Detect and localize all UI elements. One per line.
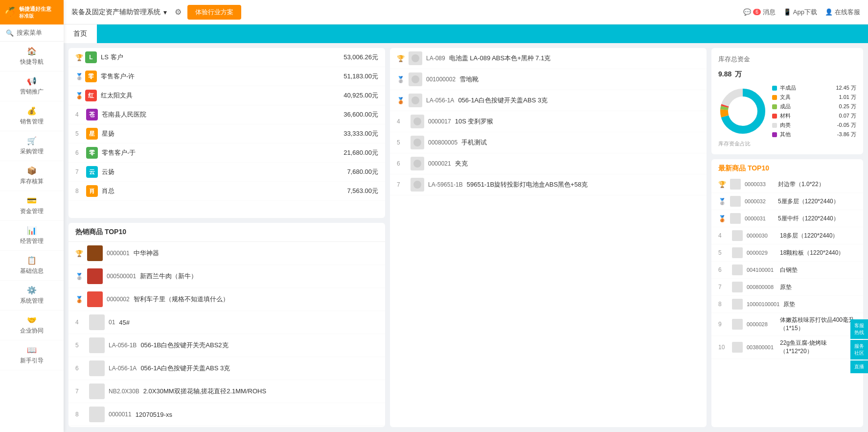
hot-prod-code-2: 000500001 xyxy=(107,273,136,280)
float-community-btn[interactable]: 服务社区 xyxy=(850,340,868,360)
hot-prod-name-3: 智利车子里（规格不知道填什么） xyxy=(134,295,378,304)
online-service-button[interactable]: 👤 在线客服 xyxy=(825,8,860,17)
sidebar-item-label: 营销推广 xyxy=(20,88,44,96)
base-icon: 📋 xyxy=(27,256,37,265)
new-prod-row-2: 🥈 0000032 5厘多层（1220*2440） xyxy=(711,193,863,210)
new-prod-row-9: 9 0000028 体嫩荔枝味苏打饮品400毫升（1*15） xyxy=(711,313,863,336)
new-prod-thumb-10 xyxy=(732,342,743,353)
customer-name-2: 零售客户-许 xyxy=(101,72,343,81)
logo-icon: 🍊 xyxy=(4,6,16,18)
svg-point-2 xyxy=(411,96,419,104)
customer-row-7: 7 云 云扬 7,680.00元 xyxy=(69,163,385,182)
sidebar-search[interactable]: 🔍 搜索菜单 xyxy=(0,24,64,42)
hot-prod-name-7: 2.0X30MM双搓花轴,搓花直径2.1MM/ROHS xyxy=(143,387,378,396)
float-customer-service-btn[interactable]: 客服热线 xyxy=(850,319,868,339)
legend-label-3: 材料 xyxy=(780,112,836,120)
svg-point-4 xyxy=(413,139,421,146)
bronze-icon-3: 🥉 xyxy=(75,92,83,99)
customer-value-7: 7,680.00元 xyxy=(347,168,378,176)
new-prod-thumb-9 xyxy=(732,319,743,330)
sidebar-item-purchase[interactable]: 🛒 采购管理 xyxy=(0,131,64,161)
hot-prod-name-1: 中华神器 xyxy=(134,249,378,258)
sidebar-item-label: 采购管理 xyxy=(20,147,44,156)
top-customers-card: 🏆 L LS 客户 53,006.26元 🥈 零 零售客户-许 51,183.0… xyxy=(69,48,385,218)
app-download-button[interactable]: 📱 App下载 xyxy=(783,8,817,17)
inventory-legend: 半成品 12.45 万 文具 1.01 万 成品 0 xyxy=(772,84,856,138)
customer-row-8: 8 肖 肖总 7,563.00元 xyxy=(69,182,385,201)
sidebar-item-home[interactable]: 🏠 快捷导航 xyxy=(0,42,64,72)
svg-point-1 xyxy=(411,75,419,83)
customer-row-1: 🏆 L LS 客户 53,006.26元 xyxy=(69,48,385,67)
customer-badge-8: 肖 xyxy=(86,185,98,197)
hot-prod-name-8: 12070519-xs xyxy=(136,411,378,418)
legend-item-stationery: 文具 1.01 万 xyxy=(772,94,856,101)
sale-prod-name-2: 雪地靴 xyxy=(459,75,700,84)
search-icon: 🔍 xyxy=(6,29,14,37)
sidebar-item-inventory[interactable]: 📦 库存核算 xyxy=(0,161,64,191)
hot-prod-name-6: 056-1A白色按键开关盖ABS 3克 xyxy=(140,364,378,373)
inventory-number: 9.88 xyxy=(718,70,731,78)
new-prod-row-8: 8 10000100001 原垫 xyxy=(711,296,863,313)
sidebar-item-base[interactable]: 📋 基础信息 xyxy=(0,251,64,281)
sidebar-item-collab[interactable]: 🤝 企业协同 xyxy=(0,311,64,340)
sale-prod-code-4: 0000017 xyxy=(428,118,451,125)
legend-color-semifinished xyxy=(772,86,777,91)
new-prod-code-1: 0000033 xyxy=(745,181,774,187)
inventory-unit: 万 xyxy=(735,70,742,78)
sidebar-item-finance[interactable]: 💳 资金管理 xyxy=(0,191,64,221)
gear-icon[interactable]: ⚙ xyxy=(175,7,182,17)
inventory-chart-label: 库存资金占比 xyxy=(718,140,856,147)
sale-prod-thumb-7 xyxy=(411,178,424,192)
new-products-header: 最新商品 TOP10 xyxy=(711,159,863,176)
trophy-icon-sale: 🏆 xyxy=(397,55,405,62)
new-prod-thumb-4 xyxy=(732,230,743,241)
svg-point-0 xyxy=(411,54,419,62)
legend-val-1: 1.01 万 xyxy=(839,94,856,101)
service-icon: 👤 xyxy=(825,8,833,16)
new-prod-name-5: 18颗粒板（1220*2440） xyxy=(780,249,856,257)
inventory-title: 库存总资金 xyxy=(718,55,856,64)
new-prod-code-3: 0000031 xyxy=(745,216,774,221)
sale-prod-row-7: 7 LA-59651-1B 59651-1B旋转投影灯电池盒ABS黑色+58克 xyxy=(390,174,707,195)
trophy-icon: 🏆 xyxy=(75,250,83,257)
legend-val-3: 0.07 万 xyxy=(839,112,856,120)
sale-prod-thumb-2 xyxy=(409,72,422,86)
sidebar-item-marketing[interactable]: 📢 营销推广 xyxy=(0,72,64,101)
float-live-btn[interactable]: 直播 xyxy=(850,360,868,373)
hot-prod-code-8: 0000011 xyxy=(109,411,132,418)
sales-icon: 💰 xyxy=(27,106,37,116)
customer-badge-7: 云 xyxy=(86,166,98,178)
sale-prod-row-3: 🥉 LA-056-1A 056-1A白色按键开关盖ABS 3克 xyxy=(390,90,707,111)
sidebar-item-operations[interactable]: 📊 经营管理 xyxy=(0,221,64,251)
sidebar-item-sales[interactable]: 💰 销售管理 xyxy=(0,101,64,131)
legend-color-material xyxy=(772,114,777,119)
hot-prod-row-5: 5 LA-056-1B 056-1B白色按键开关壳ABS2克 xyxy=(69,334,385,357)
sidebar-item-label: 企业协同 xyxy=(20,327,44,335)
main-area: 装备及固定资产辅助管理系统 ▾ ⚙ 体验行业方案 💬 6 消息 📱 App下载 … xyxy=(64,0,868,432)
legend-color-meat xyxy=(772,123,777,128)
new-prod-thumb-7 xyxy=(732,282,743,292)
customer-name-3: 红太阳文具 xyxy=(101,91,343,100)
customer-value-6: 21,680.00元 xyxy=(343,148,378,157)
float-service: 客服热线 服务社区 直播 xyxy=(850,319,868,373)
sidebar-item-system[interactable]: ⚙️ 系统管理 xyxy=(0,281,64,311)
customer-badge-5: 星 xyxy=(86,128,98,140)
sidebar-item-label: 销售管理 xyxy=(20,118,44,126)
message-badge: 6 xyxy=(753,9,761,15)
hot-prod-row-9: 9 KK-SD22110H 花语萌值温分腿睡袋（厚款） xyxy=(69,426,385,427)
new-prod-code-2: 0000032 xyxy=(745,198,774,204)
sale-prod-code-3: LA-056-1A xyxy=(426,97,454,104)
sale-prod-code-7: LA-59651-1B xyxy=(428,181,463,188)
sidebar-item-guide[interactable]: 📖 新手引导 xyxy=(0,340,64,370)
trial-button[interactable]: 体验行业方案 xyxy=(187,5,241,20)
sidebar-logo: 🍊 畅捷通好生意 标准版 xyxy=(0,0,64,24)
hot-prod-thumb-1 xyxy=(87,245,103,261)
bronze-icon-sale: 🥉 xyxy=(397,97,405,104)
legend-item-material: 材料 0.07 万 xyxy=(772,112,856,120)
legend-item-finished: 成品 0.25 万 xyxy=(772,103,856,110)
sale-prod-thumb-4 xyxy=(411,115,424,128)
system-selector[interactable]: 装备及固定资产辅助管理系统 ▾ xyxy=(71,8,167,17)
tab-home[interactable]: 首页 xyxy=(64,24,97,43)
sale-prod-thumb-5 xyxy=(411,136,424,149)
message-button[interactable]: 💬 6 消息 xyxy=(743,8,776,17)
